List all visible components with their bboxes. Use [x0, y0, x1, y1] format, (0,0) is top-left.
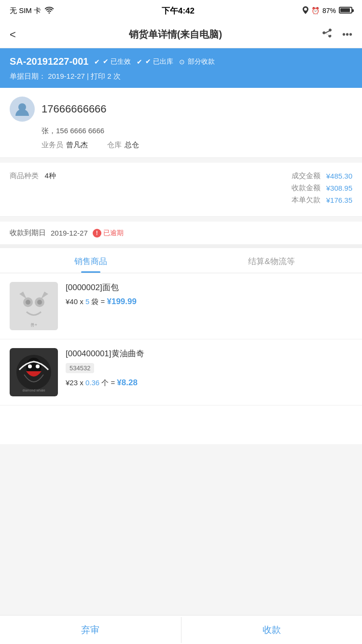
product-tag-2: 534532: [66, 363, 94, 373]
overdue-icon: !: [93, 229, 101, 238]
product-thumb-1: 兽+: [10, 282, 58, 330]
product-item-2: diamond whale [000400001]黄油曲奇 534532 ¥23…: [0, 339, 362, 406]
product-name-1: [0000002]面包: [66, 282, 352, 293]
tab-settlement[interactable]: 结算&物流等: [181, 248, 362, 273]
debt-amount-row: 本单欠款 ¥176.35: [292, 196, 352, 205]
status-effective: ✔ ✔ 已生效: [94, 57, 131, 66]
cancel-button[interactable]: 弃审: [0, 617, 181, 643]
debt-label: 本单欠款: [292, 196, 320, 205]
amount-summary: 成交金额 ¥485.30 收款金额 ¥308.95 本单欠款 ¥176.35: [292, 171, 352, 208]
overdue-badge: ! 已逾期: [93, 229, 124, 238]
svg-point-4: [26, 300, 30, 305]
clock-icon: ⊙: [179, 58, 185, 66]
customer-contact: 张，156 6666 6666: [10, 126, 352, 136]
overdue-text: 已逾期: [103, 229, 124, 238]
product-qty-highlight-1: 5: [85, 297, 89, 306]
product-price-1: ¥40 x 5 袋 = ¥199.99: [66, 297, 352, 307]
debt-value: ¥176.35: [326, 196, 352, 204]
warehouse-meta: 仓库 总仓: [107, 140, 139, 150]
order-id: SA-20191227-001: [10, 56, 88, 67]
tab-active-indicator: [81, 271, 100, 273]
check-icon-2: ✔: [137, 58, 142, 66]
order-date-row: 单据日期： 2019-12-27 | 打印 2 次: [10, 72, 352, 81]
battery-icon: [339, 7, 352, 15]
share-button[interactable]: [322, 28, 333, 41]
customer-phone: 17666666666: [42, 103, 107, 115]
bottom-spacer: [0, 406, 362, 444]
product-total-1: ¥199.99: [107, 297, 137, 306]
status-bar: 无 SIM 卡 下午4:42 ⏰ 87%: [0, 0, 362, 21]
product-name-2: [000400001]黄油曲奇: [66, 348, 352, 359]
trade-amount-row: 成交金额 ¥485.30: [292, 171, 352, 181]
status-left: 无 SIM 卡: [10, 6, 54, 15]
date-label: 单据日期：: [10, 72, 46, 80]
avatar: [10, 97, 35, 122]
product-thumb-2: diamond whale: [10, 348, 58, 396]
check-icon-1: ✔: [94, 58, 100, 66]
order-header: SA-20191227-001 ✔ ✔ 已生效 ✔ ✔ 已出库 ⊙ 部分收款 单…: [0, 48, 362, 88]
order-id-row: SA-20191227-001 ✔ ✔ 已生效 ✔ ✔ 已出库 ⊙ 部分收款: [10, 56, 352, 67]
location-icon: [303, 6, 308, 15]
back-button[interactable]: <: [10, 28, 29, 41]
carrier-text: 无 SIM 卡: [10, 6, 41, 15]
received-value: ¥308.95: [326, 184, 352, 192]
battery-percentage: 87%: [322, 7, 336, 14]
svg-point-10: [28, 364, 32, 368]
warehouse-label: 仓库: [107, 140, 122, 150]
tab-bar: 销售商品 结算&物流等: [0, 248, 362, 273]
tab-sales-products[interactable]: 销售商品: [0, 248, 181, 273]
svg-point-5: [37, 300, 42, 305]
customer-top: 17666666666: [10, 97, 352, 122]
summary-section: 商品种类 4种 成交金额 ¥485.30 收款金额 ¥308.95 本单欠款 ¥…: [0, 163, 362, 217]
status-shipped: ✔ ✔ 已出库: [137, 57, 173, 66]
received-label: 收款金额: [292, 183, 320, 193]
product-type: 商品种类 4种: [10, 171, 56, 181]
due-date: 2019-12-27: [51, 229, 88, 237]
product-type-value: 4种: [45, 171, 56, 180]
wifi-icon: [45, 7, 54, 15]
nav-actions: •••: [322, 28, 352, 41]
received-amount-row: 收款金额 ¥308.95: [292, 183, 352, 193]
product-info-1: [0000002]面包 ¥40 x 5 袋 = ¥199.99: [66, 282, 352, 307]
due-section: 收款到期日 2019-12-27 ! 已逾期: [0, 222, 362, 248]
customer-section: 17666666666 张，156 6666 6666 业务员 曾凡杰 仓库 总…: [0, 88, 362, 158]
nav-bar: < 销货单详情(来自电脑) •••: [0, 21, 362, 48]
print-info: | 打印 2 次: [87, 72, 121, 80]
product-info-2: [000400001]黄油曲奇 534532 ¥23 x 0.36 个 = ¥8…: [66, 348, 352, 388]
trade-amount-label: 成交金额: [292, 171, 320, 181]
svg-text:兽+: 兽+: [30, 322, 37, 327]
status-partial: ⊙ 部分收款: [179, 57, 215, 66]
confirm-button[interactable]: 收款: [181, 617, 362, 643]
sales-value: 曾凡杰: [66, 140, 88, 150]
svg-point-11: [36, 364, 40, 368]
order-date: 2019-12-27: [48, 72, 85, 80]
more-button[interactable]: •••: [342, 29, 352, 40]
summary-row: 商品种类 4种 成交金额 ¥485.30 收款金额 ¥308.95 本单欠款 ¥…: [10, 171, 352, 208]
product-list: 兽+ [0000002]面包 ¥40 x 5 袋 = ¥199.99: [0, 273, 362, 444]
sales-label: 业务员: [42, 140, 63, 150]
svg-text:diamond whale: diamond whale: [22, 389, 45, 392]
product-qty-highlight-2: 0.36: [85, 378, 99, 387]
product-type-label: 商品种类: [10, 171, 39, 180]
trade-amount-value: ¥485.30: [326, 172, 352, 180]
sales-meta: 业务员 曾凡杰: [42, 140, 88, 150]
status-right: ⏰ 87%: [303, 6, 352, 15]
product-item: 兽+ [0000002]面包 ¥40 x 5 袋 = ¥199.99: [0, 273, 362, 339]
due-label: 收款到期日: [10, 228, 46, 238]
page-title: 销货单详情(来自电脑): [129, 28, 222, 41]
bottom-action-bar: 弃审 收款: [0, 615, 362, 644]
product-total-2: ¥8.28: [117, 378, 138, 387]
warehouse-value: 总仓: [125, 140, 139, 150]
customer-meta: 业务员 曾凡杰 仓库 总仓: [10, 140, 352, 150]
product-price-2: ¥23 x 0.36 个 = ¥8.28: [66, 378, 352, 388]
status-time: 下午4:42: [162, 5, 195, 16]
alarm-icon: ⏰: [311, 7, 320, 14]
